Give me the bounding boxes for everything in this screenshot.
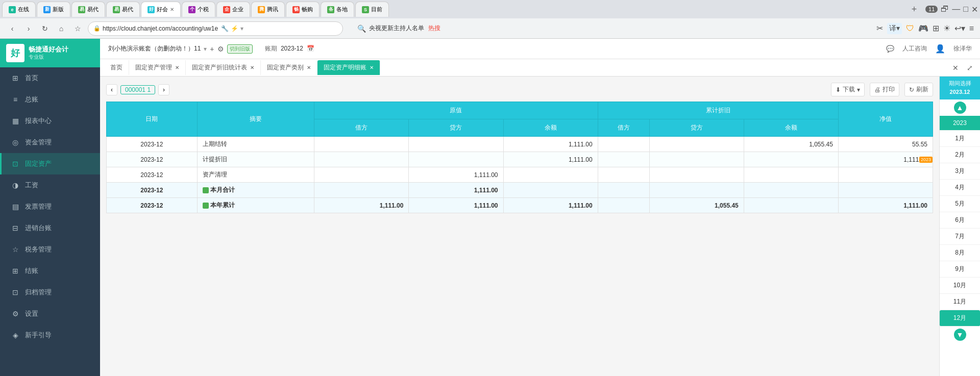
cell-date: 2023-12 [107, 152, 198, 167]
browser-tab-t9[interactable]: 畅 畅购 [286, 2, 320, 17]
back-button[interactable]: ‹ [6, 22, 18, 35]
game-icon[interactable]: 🎮 [918, 23, 928, 33]
calendar-icon[interactable]: 📅 [307, 45, 314, 52]
browser-tab-t8[interactable]: 腾 腾讯 [251, 2, 285, 17]
browser-tab-t4[interactable]: 易 易代 [106, 2, 140, 17]
sidebar-item-general-ledger[interactable]: ≡ 总账 [0, 89, 100, 110]
th-date: 日期 [107, 102, 198, 137]
download-button[interactable]: ⬇ 下载 ▾ [831, 83, 865, 96]
url-bar[interactable]: 🔒 https://cloud.chanjet.com/accounting/u… [88, 21, 343, 36]
sidebar-item-home[interactable]: ⊞ 首页 [0, 67, 100, 89]
grid-icon[interactable]: ⊞ [933, 23, 939, 33]
restore-window-icon[interactable]: 🗗 [941, 5, 949, 14]
period-item-9月[interactable]: 9月 [940, 261, 980, 278]
minimize-icon[interactable]: — [952, 5, 960, 14]
browser-tab-t1[interactable]: e 在线 [2, 2, 36, 17]
sidebar-item-invoice[interactable]: ▤ 发票管理 [0, 196, 100, 217]
print-button[interactable]: 🖨 打印 [870, 83, 899, 96]
sidebar-item-closing[interactable]: ⊞ 结账 [0, 260, 100, 282]
sidebar-item-settings[interactable]: ⚙ 设置 [0, 303, 100, 324]
page-tab-label: 固定资产折旧统计表 [192, 63, 247, 72]
period-item-3月[interactable]: 3月 [940, 163, 980, 180]
page-tab-pt2[interactable]: 固定资产管理 ✕ [129, 60, 186, 75]
sidebar-item-fixed-assets[interactable]: ⊡ 固定资产 [0, 153, 100, 174]
maximize-icon[interactable]: □ [963, 5, 968, 14]
download-dropdown-icon[interactable]: ▾ [857, 86, 860, 93]
sidebar-item-inventory[interactable]: ⊟ 进销台账 [0, 217, 100, 239]
page-tab-pt4[interactable]: 固定资产类别 ✕ [261, 60, 317, 75]
next-page-button[interactable]: › [158, 84, 169, 95]
scissors-icon[interactable]: ✂ [876, 23, 883, 33]
page-tab-pt3[interactable]: 固定资产折旧统计表 ✕ [186, 60, 261, 75]
browser-tab-t7[interactable]: 企 企业 [216, 2, 250, 17]
customer-service-label[interactable]: 人工咨询 [902, 44, 927, 53]
browser-tab-t3[interactable]: 易 易代 [71, 2, 105, 17]
browser-tab-t11[interactable]: S 目前 [355, 2, 389, 17]
th-accum-debit: 借方 [598, 119, 649, 137]
hot-label: 热搜 [428, 24, 440, 33]
period-item-7月[interactable]: 7月 [940, 229, 980, 245]
browser-tab-t10[interactable]: 各 各地 [321, 2, 354, 17]
new-tab-button[interactable]: + [907, 2, 921, 16]
history-icon[interactable]: ↩▾ [954, 23, 965, 33]
archive-icon: ⊡ [11, 288, 20, 296]
sidebar: 好 畅捷通好会计 专业版 ⊞ 首页 ≡ 总账 ▦ 报表中心 ◎ 资金管理 ⊡ 固… [0, 39, 100, 376]
sidebar-label-general-ledger: 总账 [25, 95, 38, 104]
tab-count-badge: 11 [925, 6, 938, 13]
sidebar-item-report[interactable]: ▦ 报表中心 [0, 110, 100, 132]
cell-summary: 本年累计 [197, 198, 314, 213]
customer-service-icon[interactable]: 💬 [886, 45, 894, 53]
close-tab-icon[interactable]: ✕ [949, 63, 962, 73]
period-item-8月[interactable]: 8月 [940, 245, 980, 261]
browser-tab-t5[interactable]: 好 好会 ✕ [141, 2, 181, 17]
reload-button[interactable]: ↻ [39, 22, 51, 35]
period-item-1月[interactable]: 1月 [940, 131, 980, 147]
period-item-11月[interactable]: 11月 [940, 294, 980, 310]
close-window-icon[interactable]: ✕ [971, 5, 978, 14]
cell-net-value: 1,111.00 [838, 198, 933, 213]
period-item-5月[interactable]: 5月 [940, 196, 980, 212]
brightness-icon[interactable]: ☀ [943, 23, 950, 33]
sidebar-item-guide[interactable]: ◈ 新手引导 [0, 324, 100, 346]
th-orig-balance: 余额 [503, 119, 598, 137]
page-tab-pt1[interactable]: 首页 [104, 60, 129, 75]
version-badge[interactable]: 切到旧版 [227, 44, 253, 54]
period-item-4月[interactable]: 4月 [940, 180, 980, 196]
browser-tab-t6[interactable]: 个 个税 [182, 2, 215, 17]
period-item-12月[interactable]: 12月 [940, 310, 980, 327]
dropdown-icon[interactable]: ▾ [204, 45, 207, 53]
page-tab-label: 固定资产明细账 [324, 63, 366, 72]
forward-button[interactable]: › [22, 22, 35, 35]
user-avatar-icon[interactable]: 👤 [935, 44, 945, 54]
sidebar-label-report: 报表中心 [25, 116, 52, 126]
sidebar-item-payroll[interactable]: ◑ 工资 [0, 174, 100, 196]
shield-icon[interactable]: 🛡 [906, 24, 914, 33]
home-button[interactable]: ⌂ [55, 22, 67, 35]
menu-icon[interactable]: ≡ [969, 24, 974, 33]
browser-tab-t2[interactable]: 新 新版 [37, 2, 70, 17]
bookmark-button[interactable]: ☆ [71, 22, 84, 35]
prev-page-button[interactable]: ‹ [106, 84, 117, 95]
cell-accum-balance [744, 167, 838, 183]
settings-icon[interactable]: ⚙ [217, 45, 224, 53]
toolbar-row: ‹ 000001 1 › ⬇ 下载 ▾ 🖨 打印 [106, 83, 933, 96]
expand-icon[interactable]: ⤢ [964, 63, 976, 73]
print-label: 打印 [883, 85, 895, 94]
period-scroll-down[interactable]: ▼ [954, 329, 966, 341]
cell-accum-credit: 1,055.45 [649, 198, 744, 213]
period-item-2月[interactable]: 2月 [940, 147, 980, 163]
period-item-2023[interactable]: 2023 [940, 116, 980, 131]
search-bar: 🔍 央视更新主持人名单 热搜 [357, 24, 872, 33]
translate-icon[interactable]: 译▾ [887, 23, 902, 34]
period-item-6月[interactable]: 6月 [940, 212, 980, 229]
address-bar: ‹ › ↻ ⌂ ☆ 🔒 https://cloud.chanjet.com/ac… [0, 18, 980, 39]
add-company-icon[interactable]: + [210, 45, 214, 53]
sidebar-item-tax[interactable]: ☆ 税务管理 [0, 239, 100, 260]
period-item-10月[interactable]: 10月 [940, 278, 980, 294]
refresh-button[interactable]: ↻ 刷新 [904, 83, 933, 96]
sidebar-item-fund[interactable]: ◎ 资金管理 [0, 132, 100, 153]
cell-orig-debit [314, 137, 409, 152]
sidebar-item-archive[interactable]: ⊡ 归档管理 [0, 282, 100, 303]
page-tab-pt5[interactable]: 固定资产明细账 ✕ [317, 60, 380, 75]
period-scroll-up[interactable]: ▲ [954, 102, 966, 114]
